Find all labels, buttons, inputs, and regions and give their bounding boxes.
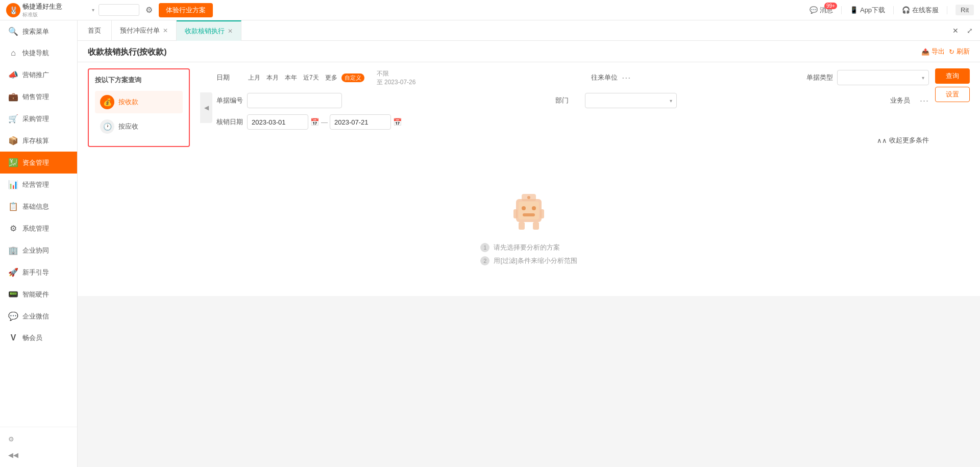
sidebar-item-operations[interactable]: 📊 经营管理 <box>0 174 77 195</box>
refresh-button[interactable]: ↻ 刷新 <box>949 47 970 56</box>
home-icon: ⌂ <box>8 48 18 58</box>
docno-input[interactable] <box>247 93 342 108</box>
tab-home[interactable]: 首页 <box>78 20 112 41</box>
sidebar-collapse-button[interactable]: ◀◀ <box>0 447 77 463</box>
tab-prepay[interactable]: 预付冲应付单 ✕ <box>112 20 177 41</box>
page-header-actions: 📤 导出 ↻ 刷新 <box>921 47 970 56</box>
filter-panel: 按以下方案查询 💰 按收款 🕐 按应收 ◀ <box>78 62 980 153</box>
hardware-icon: 📟 <box>8 289 18 299</box>
date-7days-btn[interactable]: 近7天 <box>301 73 321 83</box>
sidebar-item-inventory[interactable]: 📦 库存核算 <box>0 130 77 152</box>
message-button[interactable]: 💬 消息 99+ <box>810 6 833 15</box>
finance-icon: 💹 <box>8 158 18 167</box>
sidebar-item-label: 库存核算 <box>22 136 49 145</box>
beginner-icon: 🚀 <box>8 267 18 277</box>
sidebar-item-purchase[interactable]: 🛒 采购管理 <box>0 108 77 130</box>
sales-icon: 💼 <box>8 92 18 102</box>
solution-button[interactable]: 体验行业方案 <box>159 3 213 17</box>
settings-icon: ⚙ <box>8 435 14 443</box>
page-title: 收款核销执行(按收款) <box>88 47 167 56</box>
user-button[interactable]: Rit <box>955 5 974 15</box>
member-icon: V <box>8 333 18 342</box>
svg-point-10 <box>527 196 530 199</box>
tab-prepay-label: 预付冲应付单 <box>120 26 160 35</box>
marketing-icon: 📣 <box>8 70 18 80</box>
verify-date-end-calendar-icon[interactable]: 📅 <box>393 118 402 126</box>
tab-prepay-close[interactable]: ✕ <box>163 27 168 34</box>
empty-step-2-text: 用[过滤]条件来缩小分析范围 <box>494 256 577 265</box>
sidebar-item-basic-info[interactable]: 📋 基础信息 <box>0 195 77 217</box>
sidebar-item-beginner[interactable]: 🚀 新手引导 <box>0 261 77 283</box>
verify-date-end-input[interactable] <box>330 114 391 130</box>
sidebar-item-quicknav[interactable]: ⌂ 快捷导航 <box>0 42 77 64</box>
brand-area: 🐰 畅捷通好生意 标准版 <box>6 2 88 18</box>
dept-select[interactable]: ▾ <box>585 93 677 108</box>
sidebar-item-label: 快捷导航 <box>22 48 49 58</box>
sidebar-item-label: 采购管理 <box>22 114 49 124</box>
docno-form-group: 单据编号 <box>216 93 342 108</box>
svg-rect-7 <box>519 222 525 230</box>
date-custom-badge[interactable]: 自定义 <box>341 73 364 82</box>
export-label: 导出 <box>932 47 945 56</box>
app-download-button[interactable]: 📱 App下载 <box>850 6 885 15</box>
online-service-label: 在线客服 <box>912 6 939 15</box>
counterpart-select-btn[interactable]: ··· <box>622 72 631 83</box>
verify-date-start-calendar-icon[interactable]: 📅 <box>310 118 319 126</box>
date-this-month-btn[interactable]: 本月 <box>264 73 281 83</box>
date-range-separator: — <box>321 118 328 126</box>
brand-dropdown-icon[interactable]: ▾ <box>92 7 94 13</box>
doctype-dropdown-icon: ▾ <box>922 75 924 81</box>
sidebar-item-wechat[interactable]: 💬 企业微信 <box>0 305 77 327</box>
date-more-btn[interactable]: 更多 <box>323 73 339 83</box>
filter-option-by-receipt[interactable]: 💰 按收款 <box>95 91 183 113</box>
main-layout: 🔍 搜索菜单 ⌂ 快捷导航 📣 营销推广 💼 销售管理 🛒 采购管理 📦 库存核… <box>0 20 980 467</box>
filter-collapse-button[interactable]: ◀ <box>200 92 212 123</box>
sidebar-item-marketing[interactable]: 📣 营销推广 <box>0 64 77 86</box>
doctype-select[interactable]: ▾ <box>837 70 929 85</box>
filter-option-by-receivable[interactable]: 🕐 按应收 <box>95 115 183 138</box>
salesperson-select-btn[interactable]: ··· <box>920 95 929 106</box>
setting-button[interactable]: 设置 <box>935 87 970 102</box>
divider <box>841 6 842 14</box>
sidebar-item-label: 资金管理 <box>22 158 49 167</box>
online-service-button[interactable]: 🎧 在线客服 <box>902 6 939 15</box>
query-button[interactable]: 查询 <box>935 68 970 84</box>
sidebar-item-hardware[interactable]: 📟 智能硬件 <box>0 283 77 305</box>
empty-illustration <box>503 184 554 235</box>
message-badge: 99+ <box>824 3 837 9</box>
topbar-title-input <box>99 4 139 16</box>
export-button[interactable]: 📤 导出 <box>921 47 945 56</box>
export-icon: 📤 <box>921 48 929 56</box>
brand-sub: 标准版 <box>22 11 62 18</box>
more-conditions-button[interactable]: ∧∧ 收起更多条件 <box>877 136 929 145</box>
sidebar-item-enterprise-collab[interactable]: 🏢 企业协同 <box>0 239 77 261</box>
tab-verify[interactable]: 收款核销执行 ✕ <box>177 20 241 41</box>
verify-date-range: 📅 — 📅 <box>247 114 402 130</box>
sidebar: 🔍 搜索菜单 ⌂ 快捷导航 📣 营销推广 💼 销售管理 🛒 采购管理 📦 库存核… <box>0 20 78 467</box>
svg-rect-4 <box>523 213 535 216</box>
date-form-group: 日期 上月 本月 本年 近7天 更多 自定义 <box>216 73 364 83</box>
date-last-month-btn[interactable]: 上月 <box>246 73 262 83</box>
sidebar-item-system[interactable]: ⚙ 系统管理 <box>0 217 77 239</box>
sidebar-item-search[interactable]: 🔍 搜索菜单 <box>0 20 77 42</box>
verify-date-start-input[interactable] <box>247 114 308 130</box>
sidebar-item-sales[interactable]: 💼 销售管理 <box>0 86 77 108</box>
tab-expand-button[interactable]: ⤢ <box>964 24 976 37</box>
tab-verify-close[interactable]: ✕ <box>228 28 233 35</box>
counterpart-form-group: 往来单位 ··· <box>591 72 631 83</box>
brand-name: 畅捷通好生意 <box>22 2 62 11</box>
svg-rect-5 <box>513 209 518 218</box>
date-this-year-btn[interactable]: 本年 <box>283 73 299 83</box>
filter-sidebar-title: 按以下方案查询 <box>95 76 183 85</box>
sidebar-item-member[interactable]: V 畅会员 <box>0 327 77 349</box>
gear-icon[interactable]: ⚙ <box>145 5 153 15</box>
tab-close-all-button[interactable]: ✕ <box>949 24 962 37</box>
divider2 <box>893 6 894 14</box>
sidebar-item-label: 营销推广 <box>22 70 49 80</box>
logo-icon: 🐰 <box>6 3 20 17</box>
topbar: 🐰 畅捷通好生意 标准版 ▾ ⚙ 体验行业方案 💬 消息 99+ 📱 App下载… <box>0 0 980 20</box>
purchase-icon: 🛒 <box>8 114 18 124</box>
sidebar-item-finance[interactable]: 💹 资金管理 <box>0 152 77 174</box>
sidebar-settings-button[interactable]: ⚙ <box>0 431 77 447</box>
tab-bar-actions: ✕ ⤢ <box>949 24 980 37</box>
